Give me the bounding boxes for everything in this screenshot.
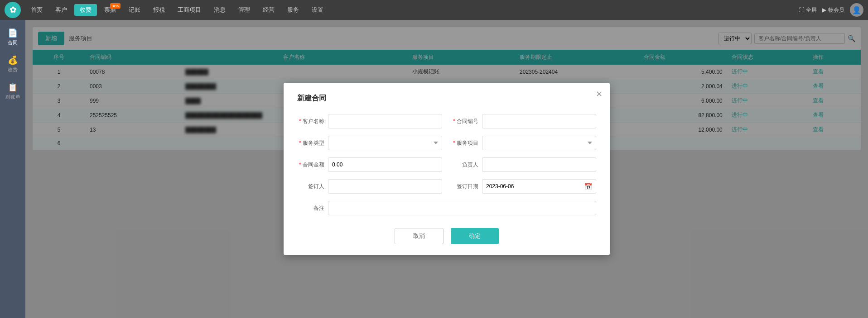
contract-icon: 📄 [8, 28, 18, 38]
amount-label: 合同金额 [297, 161, 324, 169]
sign-date-row: 签订日期 📅 [451, 179, 596, 194]
service-item-select[interactable] [482, 136, 596, 150]
sidebar-item-statement[interactable]: 📋 对账单 [0, 79, 25, 104]
dialog-close-button[interactable]: ✕ [596, 89, 603, 99]
nav-message[interactable]: 消息 [208, 4, 231, 16]
service-type-select[interactable] [328, 136, 442, 150]
remark-label: 备注 [297, 204, 324, 212]
service-type-row: 服务类型 [297, 136, 442, 150]
nav-home[interactable]: 首页 [25, 4, 48, 16]
dialog-title: 新建合同 [297, 94, 596, 103]
signer-input[interactable] [328, 179, 442, 194]
sign-date-input[interactable] [486, 183, 584, 190]
remark-input[interactable] [328, 201, 596, 215]
sidebar: 📄 合同 💰 收费 📋 对账单 [0, 20, 25, 318]
remark-row: 备注 [297, 201, 596, 215]
sidebar-item-billing[interactable]: 💰 收费 [0, 52, 25, 77]
vip-icon: ▶ [822, 7, 826, 13]
nav-menu: 首页 客户 收费 票据 new 记账 报税 工商项目 消息 管理 经营 服务 设… [25, 4, 799, 16]
contract-no-input[interactable] [482, 114, 596, 128]
nav-settings[interactable]: 设置 [306, 4, 329, 16]
nav-tax[interactable]: 报税 [148, 4, 170, 16]
fullscreen-icon: ⛶ [799, 7, 804, 13]
service-type-label: 服务类型 [297, 139, 324, 147]
customer-name-label: 客户名称 [297, 118, 324, 125]
main-layout: 📄 合同 💰 收费 📋 对账单 新增 服务项目 进行中 已完成 已终止 [0, 20, 868, 318]
responsible-label: 负责人 [451, 161, 478, 169]
calendar-icon[interactable]: 📅 [584, 183, 592, 190]
nav-business[interactable]: 工商项目 [172, 4, 207, 16]
nav-invoice[interactable]: 票据 new [99, 4, 121, 16]
nav-management[interactable]: 管理 [233, 4, 256, 16]
nav-billing[interactable]: 收费 [74, 4, 97, 16]
sidebar-item-contract[interactable]: 📄 合同 [0, 24, 25, 50]
vip-button[interactable]: ▶ 畅会员 [822, 6, 844, 14]
content-area: 新增 服务项目 进行中 已完成 已终止 🔍 序号 合同编 [25, 20, 868, 318]
amount-row: 合同金额 [297, 157, 442, 172]
nav-service[interactable]: 服务 [282, 4, 304, 16]
contract-no-label: 合同编号 [451, 118, 478, 125]
nav-operations[interactable]: 经营 [257, 4, 280, 16]
customer-name-row: 客户名称 [297, 114, 442, 128]
new-badge: new [110, 3, 121, 9]
fullscreen-button[interactable]: ⛶ 全屏 [799, 6, 817, 14]
dialog-form: 客户名称 合同编号 服务类型 服务项目 [297, 114, 596, 215]
sign-date-label: 签订日期 [451, 183, 478, 190]
new-contract-dialog: 新建合同 ✕ 客户名称 合同编号 服务类型 [284, 83, 610, 255]
responsible-input[interactable] [482, 157, 596, 172]
service-item-label: 服务项目 [451, 139, 478, 147]
nav-right-section: ⛶ 全屏 ▶ 畅会员 👤 [799, 3, 863, 17]
contract-no-row: 合同编号 [451, 114, 596, 128]
modal-overlay: 新建合同 ✕ 客户名称 合同编号 服务类型 [25, 20, 868, 318]
sign-date-wrapper: 📅 [482, 179, 596, 194]
responsible-row: 负责人 [451, 157, 596, 172]
service-item-row: 服务项目 [451, 136, 596, 150]
confirm-button[interactable]: 确定 [451, 228, 499, 244]
signer-label: 签订人 [297, 183, 324, 190]
amount-input[interactable] [328, 157, 442, 172]
customer-name-input[interactable] [328, 114, 442, 128]
dialog-footer: 取消 确定 [297, 228, 596, 244]
avatar[interactable]: 👤 [850, 3, 863, 17]
nav-bookkeeping[interactable]: 记账 [123, 4, 146, 16]
app-logo: ✿ [5, 2, 21, 18]
nav-customer[interactable]: 客户 [50, 4, 72, 16]
signer-row: 签订人 [297, 179, 442, 194]
cancel-button[interactable]: 取消 [395, 228, 444, 244]
billing-icon: 💰 [8, 55, 18, 65]
top-navigation: ✿ 首页 客户 收费 票据 new 记账 报税 工商项目 消息 管理 经营 服务… [0, 0, 868, 20]
statement-icon: 📋 [8, 82, 18, 92]
